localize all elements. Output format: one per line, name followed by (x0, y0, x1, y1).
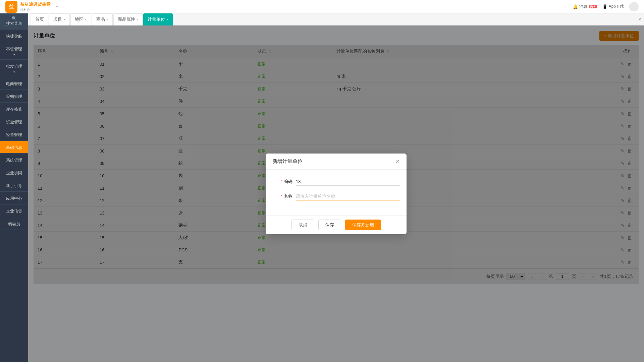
app-download-label: App下载 (609, 4, 624, 9)
sidebar-item-guide[interactable]: 新手引导 (0, 179, 28, 192)
sidebar-item-finance-mgmt[interactable]: 资金管理 (0, 115, 28, 128)
search-icon: 🔍 (3, 16, 25, 21)
name-label: 名称 (272, 193, 292, 199)
avatar[interactable] (629, 2, 639, 11)
tab-product-attr[interactable]: 商品属性 × (113, 13, 143, 25)
save-button[interactable]: 保存 (318, 220, 341, 230)
sidebar-item-label: 企业协同 (1, 170, 27, 176)
save-and-add-button[interactable]: 保存并新增 (345, 220, 381, 230)
sidebar-item-basic-info[interactable]: 基础信息 (0, 141, 28, 154)
top-header: 益 益材通进货生意 益材通 ▾ 🔔 消息 99+ 📱 App下载 (0, 0, 644, 13)
search-label: 搜索菜单 (3, 21, 25, 26)
app-download-button[interactable]: 📱 App下载 (602, 4, 624, 9)
sidebar: 🔍 搜索菜单 快捷导航 零售管理 ▾ 批发管理 ▾ 电商管理 采购管理 库存核算… (0, 13, 28, 362)
tab-region[interactable]: 地区 × (70, 13, 91, 25)
logo-text: 益材通进货生意 (20, 1, 51, 7)
expand-icon: ▾ (13, 70, 15, 74)
message-badge: 99+ (589, 5, 597, 8)
tab-unit[interactable]: 计量单位 × (143, 13, 173, 25)
sidebar-item-label: 采购管理 (1, 94, 27, 100)
bell-icon: 🔔 (573, 4, 578, 9)
logo-sub: 益材通 (20, 7, 51, 12)
tab-bar-close-button[interactable]: × (638, 16, 641, 22)
sidebar-item-membership[interactable]: 畅会员 (0, 217, 28, 230)
sidebar-item-ecommerce-mgmt[interactable]: 电商管理 (0, 77, 28, 90)
sidebar-item-partner[interactable]: 企业协同 (0, 166, 28, 179)
sidebar-item-label: 经营管理 (1, 132, 27, 138)
sidebar-item-label: 系统管理 (1, 158, 27, 163)
sidebar-item-label: 新手引导 (1, 183, 27, 189)
message-button[interactable]: 🔔 消息 99+ (573, 4, 597, 9)
tab-project[interactable]: 项目 × (49, 13, 70, 25)
download-icon: 📱 (602, 4, 607, 9)
code-input[interactable] (296, 178, 400, 186)
main-layout: 🔍 搜索菜单 快捷导航 零售管理 ▾ 批发管理 ▾ 电商管理 采购管理 库存核算… (0, 13, 644, 362)
tab-product[interactable]: 商品 × (92, 13, 113, 25)
modal-title: 新增计量单位 (272, 158, 303, 165)
add-unit-modal: 新增计量单位 ✕ 编码 名称 取消 (266, 154, 407, 234)
message-label: 消息 (579, 4, 587, 9)
logo-icon: 益 (5, 1, 17, 13)
modal-header: 新增计量单位 ✕ (266, 154, 407, 170)
sidebar-item-label: 应用中心 (1, 196, 27, 201)
logo-abbr: 益 (9, 4, 14, 10)
tab-product-label: 商品 (96, 16, 105, 22)
tab-project-close[interactable]: × (63, 18, 65, 21)
tab-region-close[interactable]: × (85, 18, 87, 21)
code-label: 编码 (272, 179, 292, 185)
sidebar-item-quick-nav[interactable]: 快捷导航 (0, 29, 28, 42)
dropdown-arrow-icon: ▾ (56, 4, 58, 9)
sidebar-item-enterprise-credit[interactable]: 企业信贷 (0, 204, 28, 217)
page-content: 计量单位 + 新增计量单位 序号 编号 ⇅ 名称 ⇅ 状态 ⇅ 计量单位匹配的名… (28, 25, 644, 362)
expand-icon: ▾ (13, 53, 15, 56)
cancel-button[interactable]: 取消 (291, 220, 314, 230)
sidebar-item-label: 企业信贷 (1, 208, 27, 214)
tab-home[interactable]: 首页 (31, 13, 48, 25)
sidebar-item-retail-mgmt[interactable]: 零售管理 ▾ (0, 42, 28, 60)
sidebar-item-label: 畅会员 (1, 221, 27, 227)
logo-area: 益 益材通进货生意 益材通 ▾ (5, 1, 58, 13)
modal-body: 编码 名称 (266, 170, 407, 215)
modal-footer: 取消 保存 保存并新增 (266, 215, 407, 234)
sidebar-item-purchase-mgmt[interactable]: 采购管理 (0, 90, 28, 103)
sidebar-item-app-center[interactable]: 应用中心 (0, 192, 28, 204)
tab-product-close[interactable]: × (106, 18, 108, 21)
header-right: 🔔 消息 99+ 📱 App下载 (573, 2, 639, 11)
name-input[interactable] (296, 192, 400, 200)
tab-region-label: 地区 (75, 16, 84, 22)
content-area: 首页 项目 × 地区 × 商品 × 商品属性 × 计量单位 × × (28, 13, 644, 362)
tab-project-label: 项目 (53, 16, 62, 22)
tab-product-attr-label: 商品属性 (118, 16, 135, 22)
code-field-row: 编码 (272, 178, 400, 186)
modal-overlay: 新增计量单位 ✕ 编码 名称 取消 (28, 25, 644, 362)
sidebar-item-label: 资金管理 (1, 119, 27, 125)
sidebar-item-system-mgmt[interactable]: 系统管理 (0, 154, 28, 166)
sidebar-item-operation-mgmt[interactable]: 经营管理 (0, 128, 28, 141)
tab-unit-label: 计量单位 (148, 16, 165, 22)
tab-unit-close[interactable]: × (166, 18, 168, 21)
sidebar-item-label: 电商管理 (1, 81, 27, 87)
tab-home-label: 首页 (35, 16, 44, 22)
modal-close-button[interactable]: ✕ (395, 158, 400, 165)
sidebar-item-inventory-check[interactable]: 库存核算 (0, 103, 28, 115)
sidebar-item-label: 批发管理 (1, 64, 27, 69)
tab-product-attr-close[interactable]: × (137, 18, 139, 21)
sidebar-search[interactable]: 🔍 搜索菜单 (0, 13, 28, 29)
tab-bar: 首页 项目 × 地区 × 商品 × 商品属性 × 计量单位 × × (28, 13, 644, 25)
sidebar-item-label: 库存核算 (1, 107, 27, 112)
sidebar-item-label: 基础信息 (1, 145, 27, 150)
sidebar-item-label: 零售管理 (1, 46, 27, 52)
sidebar-item-wholesale-mgmt[interactable]: 批发管理 ▾ (0, 60, 28, 77)
sidebar-item-label: 快捷导航 (1, 34, 27, 39)
name-field-row: 名称 (272, 192, 400, 200)
